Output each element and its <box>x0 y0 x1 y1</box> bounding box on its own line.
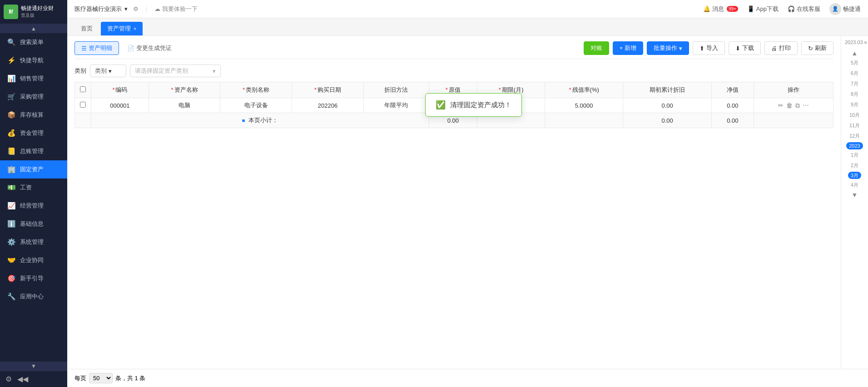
reconcile-button[interactable]: 对账 <box>584 41 609 55</box>
batch-button[interactable]: 批量操作 ▾ <box>647 41 689 55</box>
experience-label: 我要体验一下 <box>162 5 198 13</box>
sub-tab-asset-detail[interactable]: ☰ 资产明细 <box>74 41 119 55</box>
sidebar-label-quick-nav: 快捷导航 <box>20 56 44 64</box>
delete-icon[interactable]: 🗑 <box>786 102 793 109</box>
timeline-month-7[interactable]: 7月 <box>841 79 868 89</box>
timeline-month-8[interactable]: 8月 <box>841 89 868 99</box>
tab-close-button[interactable]: × <box>134 26 136 31</box>
sidebar-item-search[interactable]: 🔍搜索菜单 <box>0 33 67 51</box>
print-button[interactable]: 🖨 打印 <box>764 41 798 55</box>
download-icon: ⬇ <box>735 45 740 52</box>
gear-icon[interactable]: ⚙ <box>133 5 139 12</box>
sidebar-item-system[interactable]: ⚙️系统管理 <box>0 233 67 251</box>
timeline-month-1[interactable]: 1月 <box>841 150 868 160</box>
sidebar-icon-fixed-assets: 🏢 <box>7 165 15 174</box>
sidebar-label-system: 系统管理 <box>20 238 44 246</box>
notification-button[interactable]: 🔔 消息 99+ <box>703 5 738 13</box>
notification-badge: 99+ <box>727 6 738 12</box>
sidebar-label-enterprise: 企业协同 <box>20 256 44 264</box>
sidebar-header: 财 畅捷通好业财 普及版 <box>0 0 67 24</box>
timeline-month-10[interactable]: 10月 <box>841 110 868 120</box>
page-content: ☰ 资产明细 📄 变更生成凭证 对账 + 新增 批量操作 <box>67 36 841 369</box>
timeline-month-11[interactable]: 11月 <box>841 120 868 131</box>
reconcile-label: 对账 <box>590 44 602 52</box>
experience-button[interactable]: ☁ 我要体验一下 <box>154 5 198 13</box>
row-checkbox[interactable] <box>80 102 86 108</box>
sidebar-item-inventory[interactable]: 📦库存核算 <box>0 106 67 124</box>
timeline-month-5[interactable]: 5月 <box>841 58 868 68</box>
topbar-right: 🔔 消息 99+ 📱 App下载 🎧 在线客服 👤 畅捷通 <box>703 3 861 15</box>
sidebar-item-purchase[interactable]: 🛒采购管理 <box>0 88 67 106</box>
timeline-close-button[interactable]: × <box>864 39 868 46</box>
timeline-month-4[interactable]: 4月 <box>841 180 868 190</box>
timeline-scroll-down[interactable]: ▼ <box>851 190 859 199</box>
sidebar-scroll-up[interactable]: ▲ <box>0 24 67 33</box>
sidebar-item-guide[interactable]: 🎯新手引导 <box>0 269 67 288</box>
sidebar-item-payroll[interactable]: 💵工资 <box>0 179 67 197</box>
new-button[interactable]: + 新增 <box>613 41 643 55</box>
sidebar-item-enterprise[interactable]: 🤝企业协同 <box>0 251 67 269</box>
row-checkbox-cell <box>75 98 91 113</box>
subtotal-checkbox <box>75 113 91 128</box>
app-download-button[interactable]: 📱 App下载 <box>747 5 779 13</box>
timeline-year-badge[interactable]: 2023 <box>846 142 863 149</box>
import-button[interactable]: ⬆ 导入 <box>693 41 725 55</box>
user-profile[interactable]: 👤 畅捷通 <box>829 3 861 15</box>
sidebar-item-capital[interactable]: 💰资金管理 <box>0 124 67 142</box>
timeline-month-2[interactable]: 2月 <box>841 160 868 171</box>
timeline-month-12[interactable]: 12月 <box>841 131 868 141</box>
sidebar-icon-system: ⚙️ <box>7 238 15 246</box>
sidebar-label-operations: 经营管理 <box>20 202 44 210</box>
timeline-month-3-active[interactable]: 3月 <box>848 172 861 179</box>
more-icon[interactable]: ⋯ <box>803 102 809 109</box>
per-page-select[interactable]: 50 10 20 100 <box>89 373 113 383</box>
sub-tab-change-voucher-label: 变更生成凭证 <box>136 44 172 52</box>
timeline-month-6[interactable]: 6月 <box>841 68 868 79</box>
print-icon: 🖨 <box>771 45 777 52</box>
sidebar-icon-app-center: 🔧 <box>7 293 15 301</box>
sub-tabs: ☰ 资产明细 📄 变更生成凭证 对账 + 新增 批量操作 <box>74 41 833 59</box>
cell-residual-rate: 5.0000 <box>545 98 623 113</box>
sidebar-item-quick-nav[interactable]: ⚡快捷导航 <box>0 51 67 69</box>
header-name: *资产名称 <box>149 82 220 98</box>
subtotal-actions <box>754 113 833 128</box>
company-selector[interactable]: 医疗器械行业演示 ▾ <box>74 5 128 13</box>
sidebar-item-app-center[interactable]: 🔧应用中心 <box>0 288 67 306</box>
copy-icon[interactable]: ⧉ <box>795 102 800 109</box>
select-all-checkbox[interactable] <box>80 86 86 92</box>
sidebar-label-fixed-assets: 固定资产 <box>20 165 44 174</box>
sub-tab-change-voucher[interactable]: 📄 变更生成凭证 <box>121 42 178 55</box>
header-depreciation: 折旧方法 <box>363 82 429 98</box>
download-button[interactable]: ⬇ 下载 <box>729 41 761 55</box>
edit-icon[interactable]: ✏ <box>778 102 784 109</box>
sidebar-label-purchase: 采购管理 <box>20 93 44 101</box>
header-purchase-date: *购买日期 <box>292 82 364 98</box>
sidebar-label-inventory: 库存核算 <box>20 111 44 119</box>
sidebar-scroll-down[interactable]: ▼ <box>0 362 67 371</box>
sidebar-item-ledger[interactable]: 📒总账管理 <box>0 142 67 160</box>
collapse-icon[interactable]: ◀◀ <box>17 375 28 383</box>
timeline-month-9[interactable]: 9月 <box>841 99 868 110</box>
sidebar-icon-purchase: 🛒 <box>7 93 15 101</box>
sidebar-item-sales[interactable]: 📊销售管理 <box>0 69 67 88</box>
tab-home[interactable]: 首页 <box>74 22 99 35</box>
timeline-scroll-up[interactable]: ▲ <box>851 49 859 58</box>
category-dropdown[interactable]: 类别 ▾ <box>90 64 126 77</box>
sidebar-label-app-center: 应用中心 <box>20 293 44 301</box>
settings-icon[interactable]: ⚙ <box>5 375 12 383</box>
sidebar-label-ledger: 总账管理 <box>20 147 44 155</box>
cell-accumulated: 0.00 <box>623 98 712 113</box>
toast-text: 清理固定资产成功！ <box>450 101 511 109</box>
sidebar-item-operations[interactable]: 📈经营管理 <box>0 197 67 215</box>
category-search-input[interactable]: 请选择固定资产类别 ▾ <box>130 64 221 77</box>
company-name: 医疗器械行业演示 <box>74 5 122 13</box>
refresh-button[interactable]: ↻ 刷新 <box>801 41 833 55</box>
sidebar-item-fixed-assets[interactable]: 🏢固定资产 <box>0 160 67 179</box>
cell-actions: ✏ 🗑 ⧉ ⋯ <box>754 98 833 113</box>
online-service-button[interactable]: 🎧 在线客服 <box>788 5 820 13</box>
cloud-icon: ☁ <box>154 5 160 12</box>
tab-asset-management[interactable]: 资产管理 × <box>101 22 143 35</box>
category-arrow: ▾ <box>109 68 112 74</box>
sidebar-item-basic-info[interactable]: ℹ️基础信息 <box>0 215 67 233</box>
header-checkbox-cell <box>75 82 91 98</box>
